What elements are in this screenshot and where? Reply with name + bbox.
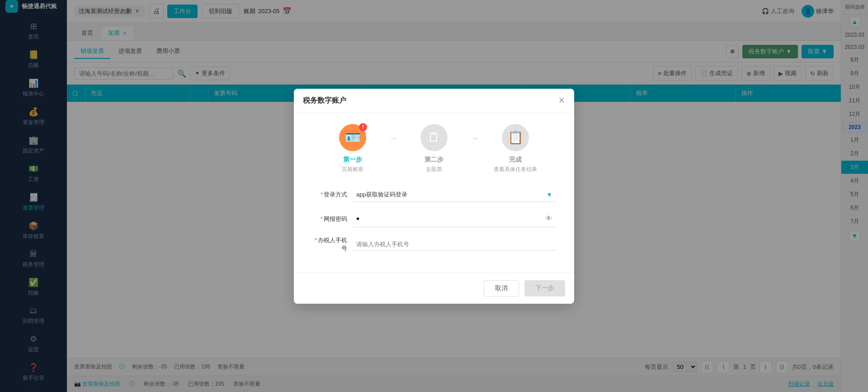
step-arrow-1: → xyxy=(389,124,398,143)
step2-icon: 🗒 xyxy=(428,130,440,145)
modal-footer: 取消 下一步 xyxy=(294,272,574,304)
step-2: 🗒 第二步 去取票 xyxy=(398,124,470,173)
step-arrow-2: → xyxy=(470,124,479,143)
step1-title: 第一步 xyxy=(343,156,362,164)
login-method-label: 登录方式 xyxy=(312,191,353,199)
step1-icon: 🪪 xyxy=(345,130,361,145)
step-3: 📋 完成 查看具体任务结果 xyxy=(479,124,552,173)
step-1: 🪪 ! 第一步 完善账密 xyxy=(316,124,389,173)
step1-badge: ! xyxy=(359,123,367,131)
login-method-value: app获取验证码登录 xyxy=(356,191,407,199)
cancel-button[interactable]: 取消 xyxy=(484,280,519,296)
step3-title: 完成 xyxy=(509,156,522,164)
modal-title: 税务数字账户 xyxy=(303,96,346,105)
password-label: 网报密码 xyxy=(312,215,353,223)
steps: 🪪 ! 第一步 完善账密 → 🗒 第二步 去取票 → xyxy=(312,124,556,173)
password-input[interactable] xyxy=(353,211,542,227)
password-wrap: 👁 xyxy=(353,211,556,227)
modal-close-button[interactable]: ✕ xyxy=(558,96,565,105)
modal-header: 税务数字账户 ✕ xyxy=(294,89,574,113)
next-button[interactable]: 下一步 xyxy=(524,280,565,296)
login-method-select[interactable]: app获取验证码登录 ▼ xyxy=(353,188,556,202)
step2-title: 第二步 xyxy=(425,156,443,164)
step3-icon: 📋 xyxy=(508,130,524,145)
modal-dialog: 税务数字账户 ✕ 🪪 ! 第一步 完善账密 → 🗒 xyxy=(294,89,574,304)
step1-desc: 完善账密 xyxy=(342,166,363,173)
step1-icon-wrap: 🪪 ! xyxy=(339,124,366,151)
modal-body: 🪪 ! 第一步 完善账密 → 🗒 第二步 去取票 → xyxy=(294,113,574,272)
step2-icon-wrap: 🗒 xyxy=(420,124,448,151)
modal-overlay: 税务数字账户 ✕ 🪪 ! 第一步 完善账密 → 🗒 xyxy=(0,0,868,392)
step2-desc: 去取票 xyxy=(426,166,442,173)
login-method-row: 登录方式 app获取验证码登录 ▼ xyxy=(312,188,556,202)
step3-desc: 查看具体任务结果 xyxy=(494,166,537,173)
login-method-dropdown-icon: ▼ xyxy=(546,191,552,198)
phone-label: 办税人手机号 xyxy=(312,236,353,253)
eye-icon[interactable]: 👁 xyxy=(542,215,556,223)
step3-icon-wrap: 📋 xyxy=(502,124,529,151)
phone-row: 办税人手机号 xyxy=(312,236,556,253)
password-row: 网报密码 👁 xyxy=(312,211,556,227)
phone-input[interactable] xyxy=(353,238,556,251)
